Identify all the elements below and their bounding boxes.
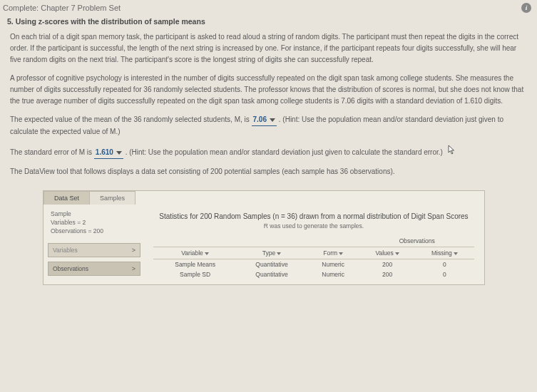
col-variable[interactable]: Variable bbox=[153, 247, 237, 259]
paragraph-3: The expected value of the mean of the 36… bbox=[10, 114, 527, 138]
chevron-down-icon bbox=[116, 151, 122, 155]
standard-error-answer: 1.610 bbox=[96, 147, 113, 158]
expected-value-dropdown[interactable]: 7.06 bbox=[252, 114, 277, 126]
variables-button[interactable]: Variables > bbox=[48, 243, 140, 257]
dataview-panel: Data Set Samples Sample Variables = 2 Ob… bbox=[43, 190, 485, 285]
paragraph-5: The DataView tool that follows displays … bbox=[10, 166, 527, 177]
paragraph-2: A professor of cognitive psychology is i… bbox=[10, 73, 527, 107]
col-form[interactable]: Form bbox=[307, 247, 359, 259]
cell-variable: Sample Means bbox=[153, 259, 237, 270]
sort-icon bbox=[277, 252, 281, 255]
cell-missing: 0 bbox=[415, 269, 474, 279]
ds-observations-count: Observations = 200 bbox=[51, 227, 138, 236]
cell-values: 200 bbox=[359, 269, 414, 279]
col-values[interactable]: Values bbox=[359, 247, 414, 259]
sort-icon bbox=[454, 252, 458, 255]
cell-form: Numeric bbox=[307, 269, 359, 279]
observations-group-header: Observations bbox=[359, 235, 474, 247]
observations-button-label: Observations bbox=[53, 265, 88, 272]
sort-icon bbox=[339, 252, 343, 255]
info-icon[interactable]: i bbox=[521, 3, 531, 13]
stats-subtitle: R was used to generate the samples. bbox=[153, 222, 474, 229]
cell-type: Quantitative bbox=[237, 269, 307, 279]
p4-text-a: The standard error of M is bbox=[10, 148, 94, 156]
cursor-icon bbox=[448, 145, 455, 155]
expected-value-answer: 7.06 bbox=[253, 114, 267, 125]
paragraph-4: The standard error of M is 1.610 . (Hint… bbox=[10, 145, 527, 159]
cell-variable: Sample SD bbox=[153, 269, 237, 279]
tab-data-set[interactable]: Data Set bbox=[44, 191, 90, 205]
stats-title: Statistics for 200 Random Samples (n = 3… bbox=[153, 212, 474, 221]
standard-error-dropdown[interactable]: 1.610 bbox=[94, 147, 123, 159]
ds-sample-label: Sample bbox=[51, 210, 138, 219]
cell-values: 200 bbox=[359, 259, 414, 270]
observations-button[interactable]: Observations > bbox=[48, 262, 140, 276]
chevron-down-icon bbox=[270, 118, 275, 122]
breadcrumb: Complete: Chapter 7 Problem Set bbox=[3, 4, 121, 12]
p3-text-a: The expected value of the mean of the 36… bbox=[10, 115, 252, 123]
p4-text-b: . (Hint: Use the population mean and/or … bbox=[126, 148, 443, 156]
chevron-right-icon: > bbox=[132, 247, 135, 254]
sort-icon bbox=[205, 252, 209, 255]
cell-form: Numeric bbox=[307, 259, 359, 270]
ds-variables-count: Variables = 2 bbox=[51, 219, 138, 227]
table-row: Sample Means Quantitative Numeric 200 0 bbox=[153, 259, 474, 270]
cell-type: Quantitative bbox=[237, 259, 307, 270]
stats-table: Observations Variable Type Form Values M… bbox=[153, 235, 474, 279]
paragraph-1: On each trial of a digit span memory tas… bbox=[10, 31, 527, 66]
cell-missing: 0 bbox=[415, 259, 474, 270]
tab-samples[interactable]: Samples bbox=[89, 191, 135, 205]
dataview-sidebar: Sample Variables = 2 Observations = 200 … bbox=[48, 209, 140, 280]
question-title: 5. Using z-scores with the distribution … bbox=[0, 14, 537, 31]
col-type[interactable]: Type bbox=[237, 247, 307, 259]
sort-icon bbox=[395, 252, 399, 255]
chevron-right-icon: > bbox=[132, 265, 135, 272]
variables-button-label: Variables bbox=[53, 247, 78, 254]
table-row: Sample SD Quantitative Numeric 200 0 bbox=[153, 269, 474, 279]
col-missing[interactable]: Missing bbox=[415, 247, 474, 259]
